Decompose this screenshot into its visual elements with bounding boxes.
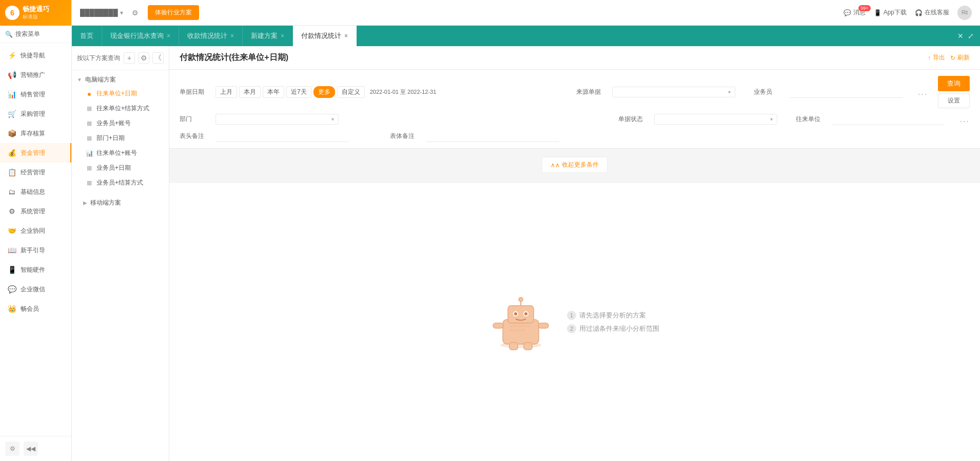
tab-receipts[interactable]: 收款情况统计 × (179, 26, 243, 46)
sidebar-item-basic[interactable]: 🗂 基础信息 (0, 182, 71, 202)
sidebar-item-inventory[interactable]: 📦 库存核算 (0, 124, 71, 143)
sidebar-item-marketing[interactable]: 📢 营销推广 (0, 65, 71, 85)
top-header: ████████ ▾ ⚙ 体验行业方案 💬 消息 99+ 📱 App下载 🎧 在… (72, 0, 980, 26)
more-btn[interactable]: 更多 (313, 86, 335, 98)
app-download-action[interactable]: 📱 App下载 (874, 8, 907, 17)
collapse-conditions-btn[interactable]: ∧∧ 收起更多条件 (542, 157, 607, 173)
avatar[interactable]: Rit (957, 6, 972, 20)
salesperson-input[interactable] (790, 86, 903, 98)
tab-bank-close[interactable]: × (167, 32, 170, 39)
this-year-btn[interactable]: 本年 (263, 86, 284, 98)
service-icon: 🎧 (915, 9, 923, 16)
mobile-scheme-group-header[interactable]: ▶ 移动端方案 (72, 196, 169, 209)
header-settings-btn[interactable]: ⚙ (128, 6, 143, 20)
trial-button[interactable]: 体验行业方案 (148, 5, 199, 20)
filter-row-3: 表头备注 表体备注 (180, 130, 970, 142)
page-actions: ↑ 导出 ↻ 刷新 (928, 53, 970, 62)
svg-point-6 (514, 312, 517, 315)
sidebar-header: 6 畅捷通巧 标准版 (0, 0, 71, 26)
empty-tips: 1 请先选择要分析的方案 2 用过滤条件来缩小分析范围 (567, 311, 659, 333)
window-maximize-btn[interactable]: ⤢ (968, 32, 974, 40)
last-7-days-btn[interactable]: 近7天 (286, 86, 311, 98)
sidebar-item-label: 基础信息 (21, 188, 45, 196)
sidebar-item-label: 资金管理 (21, 149, 45, 157)
sidebar-item-vip[interactable]: 👑 畅会员 (0, 299, 71, 318)
source-bill-label: 来源单据 (576, 88, 602, 96)
left-panel-add-btn[interactable]: + (124, 52, 135, 64)
sidebar-item-label: 经营管理 (21, 168, 45, 177)
export-btn[interactable]: ↑ 导出 (928, 53, 945, 62)
scheme-item-staff-account[interactable]: ▦ 业务员+账号 (72, 116, 169, 131)
search-menu[interactable]: 🔍 搜索菜单 (0, 26, 71, 43)
sidebar: 6 畅捷通巧 标准版 🔍 搜索菜单 ⚡ 快捷导航 📢 营销推广 📊 销售管理 🛒… (0, 0, 72, 461)
sidebar-item-wechat[interactable]: 💬 企业微信 (0, 279, 71, 299)
svg-rect-14 (524, 343, 532, 350)
right-content: 付款情况统计(往来单位+日期) ↑ 导出 ↻ 刷新 单据日期 (169, 46, 980, 461)
scheme-item-icon: ▦ (85, 105, 93, 113)
tab-payment-stats-close[interactable]: × (344, 32, 348, 39)
left-panel-title: 按以下方案查询 (77, 54, 121, 63)
tab-payment-stats[interactable]: 付款情况统计 × (293, 26, 357, 46)
sidebar-item-capital[interactable]: 💰 资金管理 (0, 143, 71, 163)
source-bill-select[interactable]: ▾ (612, 87, 735, 97)
sidebar-item-system[interactable]: ⚙ 系统管理 (0, 202, 71, 221)
online-service-action[interactable]: 🎧 在线客服 (915, 8, 949, 17)
sidebar-item-purchase[interactable]: 🛒 采购管理 (0, 104, 71, 124)
table-body-note-input[interactable] (426, 130, 559, 142)
export-label: 导出 (933, 53, 945, 62)
tab-new-scheme-close[interactable]: × (281, 32, 284, 39)
scheme-item-staff-settle[interactable]: ▦ 业务员+结算方式 (72, 175, 169, 190)
sidebar-nav: ⚡ 快捷导航 📢 营销推广 📊 销售管理 🛒 采购管理 📦 库存核算 💰 资金管… (0, 43, 71, 436)
scheme-item-icon: ▦ (85, 134, 93, 143)
query-button[interactable]: 查询 (938, 76, 970, 91)
sidebar-item-hardware[interactable]: 📱 智能硬件 (0, 260, 71, 279)
company-selector[interactable]: ████████ ▾ (80, 9, 123, 16)
table-header-note-input[interactable] (215, 130, 349, 142)
scheme-item-partner-settle[interactable]: ▦ 往来单位+结算方式 (72, 101, 169, 116)
left-panel-collapse-btn[interactable]: 《 (152, 52, 164, 64)
message-action[interactable]: 💬 消息 99+ (844, 8, 866, 17)
tab-bank[interactable]: 现金银行流水查询 × (102, 26, 179, 46)
tab-receipts-close[interactable]: × (230, 32, 234, 39)
dept-label: 部门 (180, 115, 205, 124)
refresh-btn[interactable]: ↻ 刷新 (950, 53, 970, 62)
tab-new-scheme[interactable]: 新建方案 × (243, 26, 293, 46)
left-panel-settings-btn[interactable]: ⚙ (138, 52, 149, 64)
salesperson-dots[interactable]: ... (918, 88, 928, 97)
company-name: ████████ (80, 9, 118, 16)
partner-input[interactable] (832, 113, 945, 125)
scheme-item-chart-icon: 📊 (85, 149, 93, 157)
this-month-btn[interactable]: 本月 (239, 86, 261, 98)
desktop-scheme-group-header[interactable]: ▼ 电脑端方案 (72, 73, 169, 86)
dept-select[interactable]: ▾ (215, 114, 339, 125)
sidebar-item-operation[interactable]: 📋 经营管理 (0, 163, 71, 182)
export-icon: ↑ (928, 54, 931, 62)
scheme-item-staff-date[interactable]: ▦ 业务员+日期 (72, 161, 169, 175)
bill-status-select[interactable]: ▾ (654, 114, 777, 125)
marketing-icon: 📢 (7, 70, 16, 79)
settings-footer-btn[interactable]: ⚙ (5, 442, 19, 456)
collapse-sidebar-btn[interactable]: ◀◀ (24, 442, 38, 456)
scheme-item-icon: ▦ (85, 119, 93, 128)
scheme-item-dept-date[interactable]: ▦ 部门+日期 (72, 131, 169, 146)
tab-home[interactable]: 首页 (72, 26, 102, 46)
partner-dots[interactable]: ... (960, 115, 970, 124)
sidebar-item-sales[interactable]: 📊 销售管理 (0, 85, 71, 104)
scheme-item-partner-account[interactable]: 📊 往来单位+账号 (72, 146, 169, 161)
search-label: 搜索菜单 (15, 30, 40, 38)
desktop-group-arrow: ▼ (77, 77, 82, 83)
window-close-btn[interactable]: ✕ (957, 32, 964, 40)
settings-button[interactable]: 设置 (938, 93, 970, 108)
tab-receipts-label: 收款情况统计 (187, 31, 227, 41)
sidebar-item-quick-nav[interactable]: ⚡ 快捷导航 (0, 46, 71, 65)
last-month-btn[interactable]: 上月 (215, 86, 237, 98)
dropdown-icon: ▾ (120, 9, 123, 16)
sidebar-item-label: 库存核算 (21, 129, 45, 138)
scheme-item-partner-date[interactable]: ● 往来单位+日期 (72, 86, 169, 101)
system-icon: ⚙ (7, 207, 16, 216)
sidebar-item-enterprise[interactable]: 🤝 企业协同 (0, 221, 71, 240)
search-icon: 🔍 (5, 31, 13, 38)
sidebar-item-guide[interactable]: 📖 新手引导 (0, 240, 71, 260)
custom-btn[interactable]: 自定义 (337, 86, 365, 98)
main-content: ████████ ▾ ⚙ 体验行业方案 💬 消息 99+ 📱 App下载 🎧 在… (72, 0, 980, 461)
